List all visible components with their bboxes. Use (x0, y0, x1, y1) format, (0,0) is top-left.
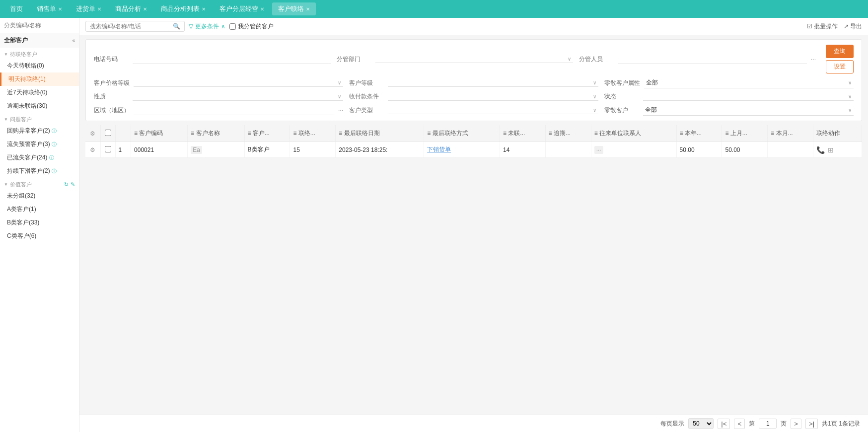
sidebar-item-a-class[interactable]: A类客户(1) (0, 203, 79, 216)
this-year-column-header: ≡ 本年... (676, 125, 722, 142)
table-footer: 每页显示 50 10 20 100 |< < 第 页 > >| 共1页 1条记录 (79, 415, 868, 432)
toolbar-right: ☑ 批量操作 ↗ 导出 (807, 22, 862, 31)
sidebar-item-today[interactable]: 今天待联络(0) (0, 59, 79, 72)
phone-action-icon[interactable]: 📞 (816, 146, 825, 154)
dept-field: 分管部门 ∨ (337, 55, 574, 64)
row-contacts: 15 (290, 142, 336, 158)
nav-product-analysis-list[interactable]: 商品分析列表 ✕ (155, 2, 212, 15)
manager-more-icon[interactable]: ··· (811, 56, 816, 63)
search-icon-main[interactable]: 🔍 (173, 23, 180, 30)
nav-customer-contact[interactable]: 客户联络 ✕ (272, 2, 316, 15)
last-method-link[interactable]: 下销货单 (427, 146, 451, 153)
row-select-checkbox[interactable] (105, 146, 111, 152)
main-search-box: 🔍 (85, 21, 185, 32)
status-select[interactable]: ∨ (643, 93, 854, 101)
gear-column-header: ⚙ (85, 125, 100, 142)
chevron-down-icon-8: ∨ (593, 107, 596, 113)
payment-select[interactable]: ∨ (388, 93, 598, 101)
nature-select[interactable]: ∨ (133, 93, 343, 101)
export-button[interactable]: ↗ 导出 (844, 22, 862, 31)
batch-action-button[interactable]: ☑ 批量操作 (807, 22, 838, 31)
action-column-header: 联络动作 (813, 125, 862, 142)
page-suffix: 页 (781, 420, 787, 428)
manager-input[interactable] (618, 55, 807, 64)
manager-label: 分管人员 (579, 55, 614, 64)
settings-button[interactable]: 设置 (826, 60, 854, 73)
select-all-checkbox[interactable] (105, 130, 111, 136)
nav-purchase[interactable]: 进货单 ✕ (70, 2, 107, 15)
overdue-column-header: ≡ 逾期... (545, 125, 591, 142)
all-customers-header[interactable]: 全部客户 « (0, 33, 79, 48)
payment-label: 收付款条件 (349, 92, 384, 101)
chevron-down-icon-9: ∨ (848, 107, 852, 113)
close-customer-contact-tab[interactable]: ✕ (306, 6, 310, 12)
row-index: 1 (115, 142, 131, 158)
sidebar-item-b-class[interactable]: B类客户(33) (0, 216, 79, 229)
close-product-analysis-tab[interactable]: ✕ (143, 6, 147, 12)
more-filter-button[interactable]: ▽ 更多条件 ∧ (189, 22, 225, 31)
sidebar-item-abnormal[interactable]: 回购异常客户(2) ⓘ (0, 124, 79, 138)
retail-attr-select[interactable]: 全部 ∨ (644, 77, 854, 88)
grid-action-icon[interactable]: ⊞ (828, 146, 834, 154)
close-product-list-tab[interactable]: ✕ (202, 6, 206, 12)
filter-row-1: 电话号码 分管部门 ∨ 分管人员 ··· 查询 设置 (94, 45, 854, 73)
retail-customer-select[interactable]: 全部 ∨ (643, 105, 854, 116)
last-method-column-header: ≡ 最后联络方式 (424, 125, 500, 142)
chevron-down-icon-5: ∨ (338, 94, 341, 99)
sidebar-item-tomorrow[interactable]: 明天待联络(1) (0, 72, 79, 86)
sidebar-item-declining[interactable]: 持续下滑客户(2) ⓘ (0, 164, 79, 178)
customer-type-select[interactable]: ∨ (388, 106, 598, 114)
sidebar-item-ungroup[interactable]: 未分组(32) (0, 189, 79, 203)
dept-select[interactable]: ∨ (375, 55, 574, 63)
row-code: 000021 (131, 142, 188, 158)
region-input[interactable] (134, 106, 334, 115)
filter-row-2: 客户价格等级 ∨ 客户等级 ∨ 零散客户属性 全部 (94, 77, 854, 88)
row-checkbox[interactable] (100, 142, 115, 158)
last-month-column-header: ≡ 上月... (722, 125, 768, 142)
sidebar-item-c-class[interactable]: C类客户(6) (0, 229, 79, 243)
row-gear[interactable]: ⚙ (85, 142, 100, 158)
checkbox-icon: ☑ (807, 23, 812, 30)
sidebar-search-input[interactable] (4, 22, 78, 29)
close-sales-tab[interactable]: ✕ (58, 6, 62, 12)
close-purchase-tab[interactable]: ✕ (97, 6, 101, 12)
per-page-select[interactable]: 50 10 20 100 (688, 418, 714, 429)
prev-page-button[interactable]: < (734, 419, 745, 429)
refresh-icon[interactable]: ↻ (64, 181, 69, 188)
contacts-column-header: ≡ 联络... (290, 125, 336, 142)
chevron-down-icon-6: ∨ (593, 94, 596, 99)
phone-input[interactable] (133, 55, 331, 64)
sidebar-item-7days[interactable]: 近7天待联络(0) (0, 86, 79, 99)
last-date-column-header: ≡ 最后联络日期 (336, 125, 424, 142)
my-customers-checkbox[interactable] (229, 23, 236, 30)
price-level-select[interactable]: ∨ (134, 79, 343, 87)
retail-attr-label: 零散客户属性 (604, 79, 640, 87)
next-page-button[interactable]: > (791, 419, 801, 429)
edit-icon[interactable]: ✎ (71, 181, 75, 188)
region-more-icon[interactable]: ··· (338, 107, 343, 114)
price-level-label: 客户价格等级 (94, 79, 130, 87)
main-search-input[interactable] (90, 23, 171, 30)
name-column-header: ≡ 客户名称 (188, 125, 244, 142)
sidebar: 🔍 全部客户 « ▼ 待联络客户 今天待联络(0) 明天待联络(1) 近7天待联… (0, 18, 79, 432)
nav-home[interactable]: 首页 (4, 2, 29, 15)
payment-field: 收付款条件 ∨ (349, 92, 598, 101)
nav-customer-tier[interactable]: 客户分层经营 ✕ (214, 2, 270, 15)
top-navigation: 首页 销售单 ✕ 进货单 ✕ 商品分析 ✕ 商品分析列表 ✕ 客户分层经营 ✕ … (0, 0, 868, 18)
sidebar-item-overdue[interactable]: 逾期未联络(30) (0, 99, 79, 113)
nav-sales[interactable]: 销售单 ✕ (31, 2, 68, 15)
customer-level-select[interactable]: ∨ (388, 79, 598, 87)
nav-product-analysis[interactable]: 商品分析 ✕ (109, 2, 153, 15)
phone-label: 电话号码 (94, 55, 129, 64)
customer-type-field: 客户类型 ∨ (349, 106, 598, 115)
my-customers-filter[interactable]: 我分管的客户 (229, 22, 274, 31)
problem-customer-group: ▼ 问题客户 (0, 113, 79, 124)
nature-label: 性质 (94, 92, 129, 101)
sidebar-item-churned[interactable]: 已流失客户(24) ⓘ (0, 151, 79, 164)
page-number-input[interactable] (759, 419, 777, 429)
first-page-button[interactable]: |< (718, 419, 730, 429)
last-page-button[interactable]: >| (805, 419, 818, 429)
close-customer-tier-tab[interactable]: ✕ (260, 6, 264, 12)
sidebar-item-churn-warning[interactable]: 流失预警客户(3) ⓘ (0, 138, 79, 151)
query-button[interactable]: 查询 (826, 45, 854, 58)
